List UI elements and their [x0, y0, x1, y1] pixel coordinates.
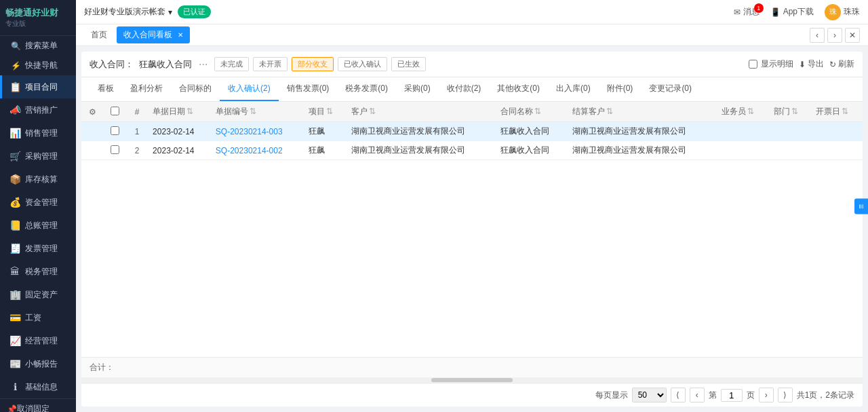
sub-tab-4[interactable]: 销售发票(0)	[279, 77, 338, 101]
row-number-link-1[interactable]: SQ-20230214-002	[216, 146, 283, 155]
sidebar-item-采购管理[interactable]: 🛒采购管理	[0, 145, 76, 168]
row-gear-1	[81, 141, 103, 160]
sidebar-item-工资[interactable]: 💳工资	[0, 306, 76, 329]
next-page-button[interactable]: ›	[759, 388, 774, 402]
status-tag-1[interactable]: 未开票	[253, 57, 288, 71]
row-number-link-0[interactable]: SQ-20230214-003	[216, 127, 283, 136]
sidebar-item-库存核算[interactable]: 📦库存核算	[0, 168, 76, 191]
row-number-1[interactable]: SQ-20230214-002	[210, 141, 304, 160]
sub-tab-1[interactable]: 盈利分析	[122, 77, 171, 101]
sub-tab-11[interactable]: 变更记录(0)	[641, 77, 700, 101]
row-checkbox-0[interactable]	[103, 122, 127, 141]
select-all-checkbox[interactable]	[111, 107, 119, 115]
nav-label-1: 营销推广	[25, 105, 58, 116]
sidebar-item-销售管理[interactable]: 📊销售管理	[0, 121, 76, 145]
tab-close-button[interactable]: ✕	[845, 28, 860, 43]
row-checkbox-1[interactable]	[103, 141, 127, 160]
row-num-0: 1	[127, 122, 147, 141]
tab-contract-board[interactable]: 收入合同看板 ✕	[117, 26, 190, 43]
nav-icon-9: 🏢	[9, 288, 21, 301]
first-page-button[interactable]: ⟨	[671, 388, 686, 402]
col-salesman[interactable]: 业务员⇅	[716, 102, 768, 122]
row-number-0[interactable]: SQ-20230214-003	[210, 122, 304, 141]
refresh-button[interactable]: ↻ 刷新	[829, 58, 854, 70]
display-detail-toggle[interactable]: 显示明细	[749, 58, 793, 70]
col-date[interactable]: 单据日期⇅	[147, 102, 210, 122]
status-tag-0[interactable]: 未完成	[214, 57, 249, 71]
col-department[interactable]: 部门⇅	[768, 102, 810, 122]
right-float-icon[interactable]: ≡	[854, 198, 868, 214]
tab-back-button[interactable]: ‹	[810, 28, 825, 43]
message-button[interactable]: ✉ 1 消息	[734, 6, 760, 18]
search-icon: 🔍	[11, 41, 21, 51]
sub-tab-8[interactable]: 其他收支(0)	[489, 77, 548, 101]
col-settings[interactable]: ⚙	[81, 102, 103, 122]
table-row[interactable]: 2 2023-02-14 SQ-20230214-002 狂飙 湖南卫视商业运营…	[81, 141, 863, 160]
col-contract-name[interactable]: 合同名称⇅	[495, 102, 566, 122]
logo-sub: 专业版	[5, 19, 71, 29]
sidebar-item-小畅报告[interactable]: 📰小畅报告	[0, 352, 76, 375]
content-area: 收入合同：狂飙收入合同 ··· 未完成未开票部分收支已收入确认已生效 显示明细 …	[76, 46, 868, 412]
col-settle-customer-label: 结算客户	[572, 107, 605, 116]
total-pages-label: 共1页，2条记录	[797, 390, 854, 401]
more-options-icon[interactable]: ···	[199, 58, 208, 71]
sub-tab-5[interactable]: 税务发票(0)	[337, 77, 396, 101]
sidebar-item-固定资产[interactable]: 🏢固定资产	[0, 283, 76, 306]
sidebar-item-search[interactable]: 🔍 搜索菜单	[0, 36, 76, 56]
company-selector[interactable]: 好业财专业版演示帐套 ▾	[84, 6, 172, 18]
col-number[interactable]: 单据编号⇅	[210, 102, 304, 122]
row-check-0[interactable]	[111, 126, 119, 135]
app-download-button[interactable]: 📱 App下载	[770, 6, 814, 18]
status-tag-3[interactable]: 已收入确认	[338, 57, 387, 71]
table-row[interactable]: 1 2023-02-14 SQ-20230214-003 狂飙 湖南卫视商业运营…	[81, 122, 863, 141]
sidebar-item-项目合同[interactable]: 📋项目合同	[0, 75, 76, 98]
page-input[interactable]	[721, 389, 743, 402]
col-customer[interactable]: 客户⇅	[346, 102, 496, 122]
sub-tab-6[interactable]: 采购(0)	[396, 77, 439, 101]
nav-icon-10: 💳	[9, 312, 21, 324]
per-page-select[interactable]: 50 100 200	[632, 388, 667, 402]
sub-tab-9[interactable]: 出入库(0)	[548, 77, 599, 101]
detail-checkbox[interactable]	[749, 60, 757, 69]
col-invoice-date[interactable]: 开票日⇅	[810, 102, 863, 122]
sidebar-item-经营管理[interactable]: 📈经营管理	[0, 329, 76, 352]
sub-tab-0[interactable]: 看板	[90, 77, 122, 101]
sort-contract-name-icon: ⇅	[534, 107, 541, 116]
nav-label-12: 小畅报告	[25, 358, 58, 370]
sidebar-item-营销推广[interactable]: 📣营销推广	[0, 98, 76, 121]
row-customer-0: 湖南卫视商业运营发展有限公司	[346, 122, 496, 141]
tab-close-icon[interactable]: ✕	[178, 31, 183, 39]
horizontal-scrollbar[interactable]	[81, 377, 863, 383]
status-tag-4[interactable]: 已生效	[391, 57, 426, 71]
col-project[interactable]: 项目⇅	[303, 102, 345, 122]
sidebar-item-税务管理[interactable]: 🏛税务管理	[0, 260, 76, 283]
sub-tab-7[interactable]: 收付款(2)	[439, 77, 490, 101]
table-header: ⚙ # 单据日期⇅ 单据编号⇅ 项目⇅ 客户⇅ 合同名称⇅ 结算客户⇅ 业务员⇅…	[81, 102, 863, 122]
refresh-icon: ↻	[829, 60, 836, 69]
tab-home[interactable]: 首页	[84, 26, 114, 43]
sub-tab-10[interactable]: 附件(0)	[599, 77, 642, 101]
status-tag-2[interactable]: 部分收支	[292, 57, 334, 71]
page-suffix-label: 页	[747, 390, 755, 401]
topbar: 好业财专业版演示帐套 ▾ 已认证 ✉ 1 消息 📱 App下载 珠 珠珠	[76, 0, 868, 24]
export-button[interactable]: ⬇ 导出	[799, 58, 824, 70]
tab-forward-button[interactable]: ›	[827, 28, 842, 43]
table-body: 1 2023-02-14 SQ-20230214-003 狂飙 湖南卫视商业运营…	[81, 122, 863, 160]
prev-page-button[interactable]: ‹	[690, 388, 705, 402]
last-page-button[interactable]: ⟩	[778, 388, 793, 402]
sub-tab-2[interactable]: 合同标的	[171, 77, 220, 101]
sidebar-item-基础信息[interactable]: ℹ基础信息	[0, 375, 76, 398]
sidebar-item-资金管理[interactable]: 💰资金管理	[0, 191, 76, 214]
col-settle-customer[interactable]: 结算客户⇅	[567, 102, 717, 122]
col-checkbox[interactable]	[103, 102, 127, 122]
user-avatar-group[interactable]: 珠 珠珠	[825, 4, 860, 20]
sidebar-pin-toggle[interactable]: 📌 取消固定	[0, 398, 76, 412]
scrollbar-thumb[interactable]	[431, 378, 513, 382]
sidebar-item-发票管理[interactable]: 🧾发票管理	[0, 237, 76, 260]
sidebar-item-quick-nav[interactable]: ⚡ 快捷导航	[0, 56, 76, 75]
sidebar-item-总账管理[interactable]: 📒总账管理	[0, 214, 76, 237]
message-icon: ✉	[734, 7, 741, 17]
nav-label-5: 资金管理	[25, 197, 58, 208]
row-check-1[interactable]	[111, 145, 119, 154]
sub-tab-3[interactable]: 收入确认(2)	[220, 77, 279, 101]
